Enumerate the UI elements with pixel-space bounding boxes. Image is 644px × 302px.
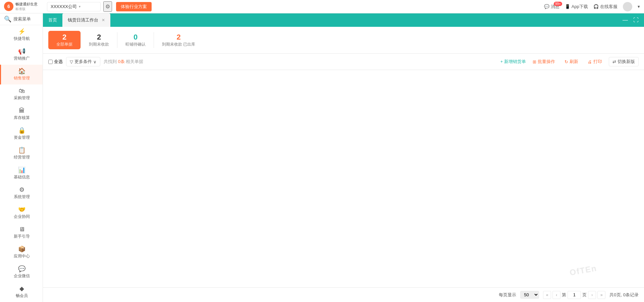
print-button[interactable]: 🖨 打印 <box>585 57 605 66</box>
top-header: 6 畅捷通好生意 标准版 XXXXXX公司 ▾ ⚙ 体验行业方案 💬 消息 99… <box>0 0 644 13</box>
tab-minimize-icon[interactable]: — <box>621 16 629 24</box>
tab-bar: 首页 钱货日清工作台 ✕ — ⛶ <box>43 13 644 27</box>
pagination-nav: « ‹ 第 页 › » <box>543 291 605 299</box>
online-service-label: 在线客服 <box>600 4 618 10</box>
first-page-button[interactable]: « <box>543 291 551 299</box>
basic-info-icon: 📊 <box>18 167 25 173</box>
user-menu[interactable]: ▾ <box>638 4 640 9</box>
message-action[interactable]: 💬 消息 99+ <box>544 4 559 10</box>
pagination-bar: 每页显示 50 100 200 « ‹ 第 页 › » 共0页, 0条记录 <box>43 287 644 302</box>
sidebar-item-inventory[interactable]: 🏛 库存核算 <box>0 104 43 124</box>
purchase-icon: 🛍 <box>19 88 25 94</box>
prev-page-button[interactable]: ‹ <box>552 291 560 299</box>
sidebar-purchase-label: 采购管理 <box>14 95 30 101</box>
stat-card-overdue-shipped[interactable]: 2 到期未收款 已出库 <box>154 31 203 49</box>
inventory-icon: 🏛 <box>19 108 25 114</box>
sidebar-item-purchase[interactable]: 🛍 采购管理 <box>0 84 43 104</box>
new-sales-order-button[interactable]: + 新增销货单 <box>500 59 526 65</box>
online-service-action[interactable]: 🎧 在线客服 <box>593 4 618 10</box>
marketing-icon: 📢 <box>18 48 25 54</box>
tab-expand-icon[interactable]: ⛶ <box>632 16 640 24</box>
sidebar-item-finance[interactable]: 🔒 资金管理 <box>0 124 43 144</box>
app-download-action[interactable]: 📱 App下载 <box>565 4 588 10</box>
sidebar-item-basic-info[interactable]: 📊 基础信息 <box>0 164 43 183</box>
switch-icon: ⇄ <box>612 59 616 64</box>
sidebar-item-sales[interactable]: 🏠 销售管理 <box>0 65 43 84</box>
sidebar-cooperation-label: 企业协同 <box>14 214 30 220</box>
switch-version-button[interactable]: ⇄ 切换新版 <box>609 57 639 66</box>
tab-home[interactable]: 首页 <box>43 13 62 27</box>
filter-button[interactable]: ▽ 更多条件 ∨ <box>66 57 100 66</box>
batch-operation-button[interactable]: ⊞ 批量操作 <box>530 57 558 66</box>
sidebar-item-operations[interactable]: 📋 经营管理 <box>0 144 43 164</box>
sidebar-sales-label: 销售管理 <box>14 75 30 81</box>
tab-bar-actions: — ⛶ <box>621 16 644 24</box>
app-center-icon: 📦 <box>18 246 25 252</box>
operations-icon: 📋 <box>18 147 25 153</box>
select-all-label: 全选 <box>54 59 63 65</box>
page-input[interactable] <box>568 291 581 299</box>
sidebar-marketing-label: 营销推广 <box>14 56 30 61</box>
refresh-label: 刷新 <box>570 59 578 65</box>
select-all-checkbox[interactable]: 全选 <box>48 59 63 65</box>
finance-icon: 🔒 <box>18 127 25 133</box>
toolbar-right: + 新增销货单 ⊞ 批量操作 ↻ 刷新 🖨 打印 ⇄ <box>500 57 639 66</box>
trial-button[interactable]: 体验行业方案 <box>116 2 152 11</box>
settings-icon[interactable]: ⚙ <box>103 1 112 12</box>
logo-icon: 6 <box>4 2 13 11</box>
logo-sub: 标准版 <box>15 7 38 11</box>
sidebar-item-app-center[interactable]: 📦 应用中心 <box>0 243 43 262</box>
found-suffix: 相关单据 <box>126 59 143 64</box>
last-page-button[interactable]: » <box>597 291 605 299</box>
per-page-label: 每页显示 <box>499 292 516 298</box>
page-content: 2 全部单据 2 到期未收款 0 旺铺待确认 2 到期未收款 已出库 <box>43 27 644 302</box>
per-page-select[interactable]: 50 100 200 <box>520 291 539 299</box>
header-right: 💬 消息 99+ 📱 App下载 🎧 在线客服 ▾ <box>544 2 640 11</box>
stats-row: 2 全部单据 2 到期未收款 0 旺铺待确认 2 到期未收款 已出库 <box>43 27 644 54</box>
found-prefix: 共找到 <box>104 59 117 64</box>
sidebar-item-quick-nav[interactable]: ⚡ 快捷导航 <box>0 25 43 45</box>
page-suffix: 页 <box>582 292 587 298</box>
quick-nav-icon: ⚡ <box>18 28 25 35</box>
chevron-down-icon-user: ▾ <box>638 4 640 9</box>
tab-close-icon[interactable]: ✕ <box>102 18 105 22</box>
switch-label: 切换新版 <box>618 59 635 65</box>
sidebar-guide-label: 新手引导 <box>14 234 30 239</box>
sidebar-item-wechat[interactable]: 💬 企业微信 <box>0 262 43 282</box>
stat-card-overdue[interactable]: 2 到期未收款 <box>81 31 117 49</box>
download-icon: 📱 <box>565 4 570 9</box>
refresh-icon: ↻ <box>565 59 568 64</box>
tab-cashflow-label: 钱货日清工作台 <box>68 17 98 23</box>
logo-area: 6 畅捷通好生意 标准版 <box>4 2 47 11</box>
chevron-down-icon: ▾ <box>79 5 80 8</box>
pagination-total: 共0页, 0条记录 <box>609 292 639 298</box>
stat-pending-num: 0 <box>133 33 138 42</box>
sidebar-item-search[interactable]: 🔍 搜索菜单 <box>0 13 43 25</box>
app-layout: 🔍 搜索菜单 ⚡ 快捷导航 📢 营销推广 🏠 销售管理 🛍 采购管理 🏛 库存核… <box>0 13 644 302</box>
sidebar-operations-label: 经营管理 <box>14 155 30 160</box>
sidebar-item-guide[interactable]: 🖥 新手引导 <box>0 223 43 243</box>
sidebar-item-marketing[interactable]: 📢 营销推广 <box>0 45 43 65</box>
next-page-button[interactable]: › <box>588 291 596 299</box>
stat-all-label: 全部单据 <box>56 42 72 47</box>
sidebar-item-system[interactable]: ⚙ 系统管理 <box>0 183 43 203</box>
stat-card-pending[interactable]: 0 旺铺待确认 <box>117 31 154 49</box>
message-icon: 💬 <box>544 4 549 9</box>
stat-overdue-label: 到期未收款 <box>89 42 109 47</box>
page-label: 第 <box>562 292 566 298</box>
logo-text: 畅捷通好生意 <box>15 2 38 6</box>
company-selector[interactable]: XXXXXX公司 ▾ <box>47 2 101 11</box>
sidebar-item-vip[interactable]: ◆ 畅会员 <box>0 282 43 302</box>
sidebar-item-cooperation[interactable]: 🤝 企业协同 <box>0 203 43 223</box>
stat-card-all[interactable]: 2 全部单据 <box>48 31 80 49</box>
tab-cashflow[interactable]: 钱货日清工作台 ✕ <box>62 13 110 27</box>
refresh-button[interactable]: ↻ 刷新 <box>562 57 581 66</box>
message-badge: 99+ <box>554 2 562 6</box>
filter-arrow-icon: ∨ <box>93 59 97 64</box>
select-all-input[interactable] <box>48 60 53 64</box>
stat-overdue-num: 2 <box>97 33 101 42</box>
sidebar-quick-nav-label: 快捷导航 <box>14 36 30 42</box>
app-download-label: App下载 <box>572 4 588 10</box>
tab-home-label: 首页 <box>48 17 57 23</box>
avatar[interactable] <box>623 2 632 11</box>
